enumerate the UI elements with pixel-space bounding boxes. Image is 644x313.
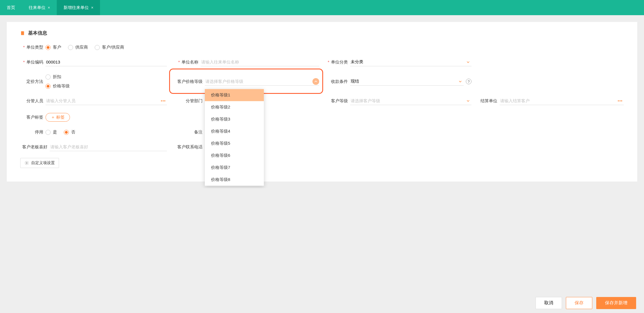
customer-price-level-input[interactable] xyxy=(205,77,312,85)
radio-price-level[interactable]: 价格等级 xyxy=(46,83,70,89)
unit-type-radio-group: 客户 供应商 客户/供应商 xyxy=(46,45,124,50)
section-title: 基本信息 xyxy=(20,30,624,36)
radio-label: 是 xyxy=(53,130,57,135)
radio-dot-icon xyxy=(46,84,51,89)
radio-label: 客户/供应商 xyxy=(102,45,124,50)
label-disabled: 停用 xyxy=(20,130,46,135)
label-payment-terms: 收款条件 xyxy=(325,79,350,84)
payment-terms-value xyxy=(350,77,457,85)
radio-label: 客户 xyxy=(53,45,61,50)
section-title-text: 基本信息 xyxy=(28,30,47,36)
radio-dot-icon xyxy=(46,45,51,50)
boss-hobby-input[interactable] xyxy=(50,143,167,151)
tab-label: 往来单位 xyxy=(29,5,46,10)
manager-person-input[interactable] xyxy=(46,97,160,105)
unit-code-input[interactable] xyxy=(46,58,167,66)
label-manager-person: 分管人员 xyxy=(20,98,46,104)
ellipsis-icon[interactable]: ••• xyxy=(160,99,167,103)
radio-dot-icon xyxy=(46,130,51,135)
plus-icon: ＋ xyxy=(51,115,55,120)
unit-name-input[interactable] xyxy=(201,58,319,66)
radio-dot-icon xyxy=(46,74,51,80)
label-pricing-method: 定价方法 xyxy=(20,79,46,84)
unit-category-select[interactable] xyxy=(350,58,471,66)
radio-customer[interactable]: 客户 xyxy=(46,45,61,50)
form-grid: 单位类型 客户 供应商 客户/供应商 单位编码 xyxy=(20,45,624,151)
tab-label: 新增往来单位 xyxy=(64,5,89,10)
manager-person-input-wrap[interactable]: ••• xyxy=(46,97,167,105)
radio-dot-icon xyxy=(68,45,73,50)
label-remarks: 备注 xyxy=(173,130,205,135)
disabled-radio-group: 是 否 xyxy=(46,130,75,135)
dropdown-item-price-level[interactable]: 价格等级5 xyxy=(205,137,264,149)
settlement-unit-input[interactable] xyxy=(500,97,616,105)
radio-label: 折扣 xyxy=(53,74,61,80)
add-tag-button[interactable]: ＋ 标签 xyxy=(46,113,70,122)
radio-label: 否 xyxy=(71,130,75,135)
label-unit-type: 单位类型 xyxy=(20,45,46,50)
label-customer-phone: 客户联系电话 xyxy=(173,144,205,150)
radio-supplier[interactable]: 供应商 xyxy=(68,45,88,50)
pricing-method-radio-group: 折扣 价格等级 xyxy=(46,74,70,89)
tab-label: 首页 xyxy=(7,5,15,10)
custom-settings-label: 自定义项设置 xyxy=(31,160,55,165)
dropdown-item-price-level[interactable]: 价格等级1 xyxy=(205,89,264,101)
settlement-unit-input-wrap[interactable]: ••• xyxy=(500,97,624,105)
gear-icon xyxy=(24,161,29,165)
chevron-up-icon xyxy=(312,78,319,85)
dropdown-item-price-level[interactable]: 价格等级6 xyxy=(205,149,264,162)
label-boss-hobby: 客户老板喜好 xyxy=(20,144,50,150)
label-unit-category: 单位分类 xyxy=(325,60,350,65)
form-icon xyxy=(20,31,25,36)
radio-customer-supplier[interactable]: 客户/供应商 xyxy=(95,45,124,50)
dropdown-item-price-level[interactable]: 价格等级4 xyxy=(205,125,264,137)
customer-level-select[interactable] xyxy=(350,97,471,105)
dropdown-item-price-level[interactable]: 价格等级2 xyxy=(205,101,264,113)
dropdown-item-price-level[interactable]: 价格等级8 xyxy=(205,174,264,186)
radio-disabled-no[interactable]: 否 xyxy=(64,130,75,135)
tab-home[interactable]: 首页 xyxy=(0,0,22,15)
unit-category-value xyxy=(350,58,465,66)
radio-dot-icon xyxy=(64,130,69,135)
radio-label: 供应商 xyxy=(75,45,88,50)
label-manager-dept: 分管部门 xyxy=(173,98,205,104)
radio-disabled-yes[interactable]: 是 xyxy=(46,130,57,135)
chevron-down-icon xyxy=(457,78,464,85)
tab-add-contact[interactable]: 新增往来单位 × xyxy=(57,0,100,15)
label-customer-level: 客户等级 xyxy=(325,98,350,104)
label-unit-name: 单位名称 xyxy=(173,60,201,65)
label-customer-tag: 客户标签 xyxy=(20,115,46,120)
chevron-down-icon xyxy=(465,59,471,65)
dropdown-item-price-level[interactable]: 价格等级7 xyxy=(205,162,264,174)
top-tabbar: 首页 往来单位 × 新增往来单位 × xyxy=(0,0,644,15)
radio-discount[interactable]: 折扣 xyxy=(46,74,61,80)
label-unit-code: 单位编码 xyxy=(20,60,46,65)
radio-label: 价格等级 xyxy=(53,83,70,89)
dropdown-item-price-level[interactable]: 价格等级3 xyxy=(205,113,264,125)
label-settlement-unit: 结算单位 xyxy=(477,98,500,104)
close-icon[interactable]: × xyxy=(91,5,93,10)
page-content: 基本信息 单位类型 客户 供应商 客户/供应商 xyxy=(7,22,637,182)
svg-point-1 xyxy=(26,162,27,164)
close-icon[interactable]: × xyxy=(48,5,50,10)
customer-price-level-select[interactable]: 价格等级1价格等级2价格等级3价格等级4价格等级5价格等级6价格等级7价格等级8 xyxy=(205,77,319,86)
svg-rect-0 xyxy=(21,31,24,35)
chevron-down-icon xyxy=(465,97,471,104)
tab-contacts[interactable]: 往来单位 × xyxy=(22,0,57,15)
tag-btn-label: 标签 xyxy=(56,115,65,120)
price-level-dropdown: 价格等级1价格等级2价格等级3价格等级4价格等级5价格等级6价格等级7价格等级8 xyxy=(205,89,264,186)
radio-dot-icon xyxy=(95,45,100,50)
custom-settings-button[interactable]: 自定义项设置 xyxy=(20,158,59,168)
ellipsis-icon[interactable]: ••• xyxy=(616,99,624,103)
payment-terms-select[interactable] xyxy=(350,77,464,86)
help-icon[interactable]: ? xyxy=(466,79,471,84)
label-customer-price-level: 客户价格等级 xyxy=(173,79,205,84)
customer-level-input xyxy=(350,97,465,105)
